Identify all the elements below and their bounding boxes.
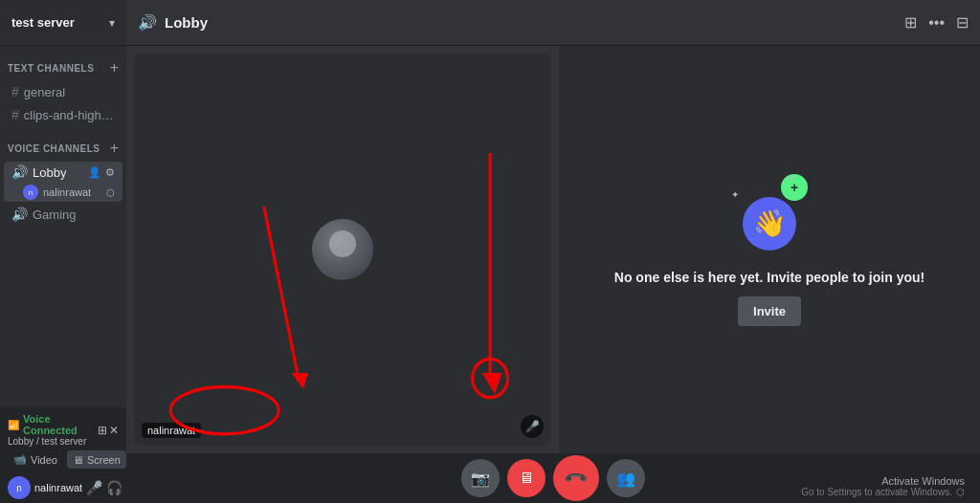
user-panel: n nalinrawat 🎤 🎧 ⚙ bbox=[0, 472, 126, 503]
username-panel: nalinrawat bbox=[34, 482, 82, 493]
leave-call-button[interactable]: 📞 bbox=[553, 455, 599, 501]
user-video-tile: nalinrawat 🎤 bbox=[134, 54, 551, 446]
voice-bar-top: 📶 Voice Connected Lobby / test server ⊞ … bbox=[8, 413, 119, 447]
top-bar-actions: ⊞ ••• ⊟ bbox=[904, 13, 969, 32]
voice-channel-icon: 🔊 bbox=[11, 164, 28, 180]
voice-channels-label: VOICE CHANNELS bbox=[8, 143, 100, 154]
voice-status: 📶 Voice Connected bbox=[8, 413, 98, 436]
star-left-icon: ✦ bbox=[731, 189, 739, 200]
voice-bar-info: 📶 Voice Connected Lobby / test server bbox=[8, 413, 98, 447]
headphone-icon[interactable]: 🎧 bbox=[106, 480, 122, 495]
voice-channel-lobby: 🔊 Lobby 👤 ⚙ n nalinrawat ⬡ bbox=[4, 162, 122, 202]
server-header[interactable]: test server ▾ bbox=[0, 0, 126, 46]
voice-connected-bar: 📶 Voice Connected Lobby / test server ⊞ … bbox=[0, 407, 126, 472]
star-right-icon: ✦ bbox=[788, 174, 794, 183]
activate-subtitle-text: Go to Settings to activate Windows. bbox=[801, 487, 952, 497]
invite-green-circle: + bbox=[781, 174, 808, 201]
people-icon: 👥 bbox=[616, 470, 635, 488]
settings-link-icon[interactable]: ⬡ bbox=[956, 487, 965, 497]
activate-subtitle: Go to Settings to activate Windows. ⬡ bbox=[801, 487, 965, 497]
people-button[interactable]: 👥 bbox=[607, 459, 645, 497]
video-grid: nalinrawat 🎤 bbox=[126, 46, 559, 453]
sidebar: test server ▾ TEXT CHANNELS + # general … bbox=[0, 0, 126, 503]
user-avatar: n bbox=[8, 476, 31, 499]
voice-channel-actions: 👤 ⚙ bbox=[88, 166, 115, 179]
voice-bar-actions: ⊞ ✕ bbox=[98, 424, 119, 437]
screen-label: Screen bbox=[87, 454, 121, 466]
add-voice-channel-icon[interactable]: + bbox=[110, 140, 119, 157]
screen-share-toggle-button[interactable]: 🖥 bbox=[507, 459, 546, 497]
invite-button[interactable]: Invite bbox=[738, 296, 801, 326]
camera-toggle-button[interactable]: 📷 bbox=[461, 459, 500, 497]
bottom-controls: 📷 🖥 📞 👥 Activate Windows Go to Settings … bbox=[126, 453, 980, 503]
channel-name: general bbox=[24, 85, 65, 99]
camera-small-icon: 📹 bbox=[13, 453, 27, 466]
channel-header-name: Lobby bbox=[165, 14, 208, 31]
voice-close-icon[interactable]: ✕ bbox=[109, 424, 119, 437]
lobby-channel-name: Lobby bbox=[33, 165, 66, 180]
invite-illustration: ✦ 👋 + ✦ bbox=[731, 174, 808, 251]
text-channel-icon: # bbox=[11, 84, 19, 99]
screen-share-small-icon: 🖥 bbox=[73, 454, 83, 466]
screen-share-icon: 🖥 bbox=[519, 470, 534, 487]
channel-type-icon: 🔊 bbox=[138, 13, 157, 32]
top-bar: 🔊 Lobby ⊞ ••• ⊟ bbox=[126, 0, 980, 46]
voice-expand-icon[interactable]: ⊞ bbox=[98, 424, 107, 437]
channel-general[interactable]: # general bbox=[4, 81, 122, 102]
voice-actions: 📹 Video 🖥 Screen bbox=[8, 450, 119, 469]
channel-clips[interactable]: # clips-and-highlights bbox=[4, 104, 122, 125]
main-content: 🔊 Lobby ⊞ ••• ⊟ nalinrawat 🎤 bbox=[126, 0, 980, 503]
invite-description: No one else is here yet. Invite people t… bbox=[614, 270, 924, 285]
minimize-icon[interactable]: ⊟ bbox=[956, 13, 969, 32]
text-channel-icon: # bbox=[11, 107, 19, 122]
phone-leave-icon: 📞 bbox=[563, 465, 590, 492]
voice-user-nalinrawat[interactable]: n nalinrawat ⬡ bbox=[4, 183, 122, 202]
activate-title: Activate Windows bbox=[801, 475, 965, 487]
voice-channel-lobby-header[interactable]: 🔊 Lobby 👤 ⚙ bbox=[4, 162, 122, 183]
voice-connected-text: Voice Connected bbox=[23, 413, 98, 436]
screen-share-button[interactable]: 🖥 Screen bbox=[67, 450, 126, 469]
user-avatar-small: n bbox=[23, 185, 38, 200]
voice-user-count-icon: 👤 bbox=[88, 166, 101, 179]
voice-channel-icon: 🔊 bbox=[11, 207, 28, 222]
text-channels-label: TEXT CHANNELS bbox=[8, 63, 94, 74]
text-channels-section: TEXT CHANNELS + bbox=[0, 46, 126, 80]
voice-channels-section: VOICE CHANNELS + bbox=[0, 126, 126, 161]
add-text-channel-icon[interactable]: + bbox=[110, 59, 119, 77]
channel-gaming[interactable]: 🔊 Gaming bbox=[4, 204, 122, 225]
server-name: test server bbox=[11, 15, 75, 30]
video-label: Video bbox=[31, 454, 57, 466]
video-button[interactable]: 📹 Video bbox=[8, 450, 63, 469]
settings-icon[interactable]: ⚙ bbox=[105, 166, 115, 179]
camera-icon: 📷 bbox=[471, 470, 490, 488]
mic-icon[interactable]: 🎤 bbox=[86, 480, 102, 495]
video-mute-indicator: 🎤 bbox=[521, 415, 544, 438]
user-avatar-large bbox=[312, 219, 373, 280]
user-panel-actions: 🎤 🎧 ⚙ bbox=[86, 480, 126, 495]
gaming-channel-name: Gaming bbox=[33, 208, 77, 222]
invite-panel: ✦ 👋 + ✦ No one else is here yet. Invite … bbox=[559, 46, 980, 453]
chevron-icon: ▾ bbox=[109, 16, 115, 30]
invite-main-circle: 👋 bbox=[743, 197, 796, 251]
voice-area: nalinrawat 🎤 bbox=[126, 46, 980, 453]
video-username-label: nalinrawat bbox=[142, 423, 201, 438]
channel-name: clips-and-highlights bbox=[24, 108, 115, 122]
windows-activate-watermark: Activate Windows Go to Settings to activ… bbox=[801, 475, 965, 497]
grid-view-icon[interactable]: ⊞ bbox=[904, 13, 917, 32]
app-container: test server ▾ TEXT CHANNELS + # general … bbox=[0, 0, 980, 503]
voice-channel-info: Lobby / test server bbox=[8, 436, 98, 447]
more-options-icon[interactable]: ••• bbox=[928, 14, 945, 32]
voice-username: nalinrawat bbox=[43, 186, 91, 198]
wave-icon: 👋 bbox=[753, 208, 787, 239]
stream-icon: ⬡ bbox=[106, 187, 115, 198]
